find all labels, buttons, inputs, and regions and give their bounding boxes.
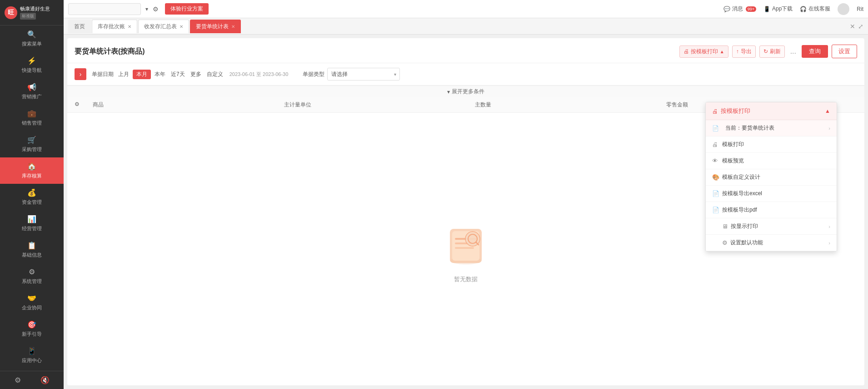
print-dropdown-title: 🖨 按模板打印: [712, 107, 750, 115]
message-item[interactable]: 💬 消息 99+: [723, 5, 756, 13]
marketing-icon: 📢: [27, 83, 36, 91]
export-label: 导出: [741, 48, 752, 56]
logo-icon: 旺: [5, 6, 17, 19]
tab-bar-close-icon[interactable]: ✕: [850, 23, 855, 30]
query-button[interactable]: 查询: [802, 45, 828, 58]
print-current-icon: 📄: [712, 125, 719, 131]
template-preview-icon: 👁: [712, 157, 718, 164]
tab-home-label: 首页: [74, 23, 85, 30]
app-tag: 标准版: [20, 13, 36, 20]
mute-icon[interactable]: 🔇: [40, 376, 50, 384]
topbar: ▾ ⚙ 体验行业方案 💬 消息 99+ 📱 App下载 🎧 在线客服 Rit: [64, 0, 868, 18]
apps-icon: 📱: [27, 347, 36, 355]
template-preview-item[interactable]: 👁 模板预览: [706, 153, 837, 169]
printer-icon: 🖨: [683, 48, 689, 55]
default-func-label: 设置默认功能: [730, 239, 763, 247]
default-func-arrow-icon: ›: [828, 240, 830, 246]
refresh-button[interactable]: ↻ 刷新: [759, 45, 785, 58]
date-btn-last-month[interactable]: 上月: [116, 70, 131, 79]
message-label: 消息: [732, 5, 743, 13]
sidebar-item-quick-nav[interactable]: ⚡快捷导航: [0, 52, 64, 78]
template-custom-icon: 🎨: [712, 174, 719, 181]
export-button[interactable]: ↑ 导出: [732, 45, 756, 58]
print-dropdown-chevron-icon[interactable]: ▲: [825, 108, 830, 114]
expand-more-bar[interactable]: ▾ 展开更多条件: [67, 86, 864, 97]
tab-receivables[interactable]: 收发存汇总表 ✕: [138, 20, 189, 33]
sidebar-item-system[interactable]: ⚙系统管理: [0, 263, 64, 289]
tab-home[interactable]: 首页: [68, 20, 91, 33]
print-current-arrow-icon: ›: [828, 126, 830, 131]
sidebar-item-sales[interactable]: 💼销售管理: [0, 105, 64, 131]
sidebar-item-operation[interactable]: 📊经营管理: [0, 210, 64, 237]
date-btn-7days[interactable]: 近7天: [169, 70, 187, 79]
basic-icon: 📋: [27, 241, 36, 250]
type-select[interactable]: 请选择: [327, 68, 400, 81]
sidebar-item-inventory[interactable]: 🏠库存核算: [0, 157, 64, 184]
filter-expand-button[interactable]: ›: [75, 68, 86, 80]
date-filter-group: 单据日期 上月 本月 本年 近7天 更多 自定义 2023-06-01 至 20…: [92, 70, 288, 79]
type-select-wrap: 请选择: [327, 68, 400, 81]
default-func-item[interactable]: ⚙ 设置默认功能 ›: [706, 235, 837, 251]
tab-receivables-label: 收发存汇总表: [144, 23, 177, 30]
user-avatar[interactable]: [838, 3, 849, 15]
sidebar-item-search[interactable]: 🔍搜索菜单: [0, 25, 64, 52]
settings-col-icon[interactable]: ⚙: [75, 101, 80, 107]
display-print-label: 按显示打印: [731, 222, 758, 230]
print-current-item[interactable]: 📄 当前：要货单统计表 ›: [706, 120, 837, 136]
sidebar-item-collab[interactable]: 🤝企业协同: [0, 289, 64, 316]
purchase-icon: 🛒: [27, 136, 36, 144]
date-btn-custom[interactable]: 自定义: [205, 70, 225, 79]
app-download-item[interactable]: 📱 App下载: [763, 5, 793, 13]
tab-order-stats[interactable]: 要货单统计表 ✕: [190, 20, 241, 33]
app-logo: 旺 畅康通好生意 标准版: [0, 0, 64, 25]
empty-illustration: [439, 215, 493, 270]
tab-bar-maximize-icon[interactable]: ⤢: [858, 23, 863, 30]
svg-rect-5: [455, 247, 474, 249]
template-excel-item[interactable]: 📄 按模板导出excel: [706, 186, 837, 202]
tab-order-stats-close[interactable]: ✕: [231, 24, 235, 29]
topbar-dropdown-icon[interactable]: ▾: [145, 6, 148, 12]
template-pdf-item[interactable]: 📄 按模板导出pdf: [706, 202, 837, 218]
settings-button[interactable]: 设置: [832, 45, 857, 58]
template-custom-item[interactable]: 🎨 模板自定义设计: [706, 169, 837, 186]
sidebar-item-basic[interactable]: 📋基础信息: [0, 237, 64, 263]
sidebar-item-purchase[interactable]: 🛒采购管理: [0, 131, 64, 157]
template-preview-label: 模板预览: [722, 157, 744, 165]
message-icon: 💬: [723, 6, 730, 12]
template-pdf-label: 按模板导出pdf: [722, 206, 757, 214]
date-range-text: 2023-06-01 至 2023-06-30: [229, 71, 289, 78]
template-print-item[interactable]: 🖨 模板打印: [706, 136, 837, 153]
topbar-search-input[interactable]: [68, 3, 141, 15]
date-btn-more[interactable]: 更多: [189, 70, 203, 79]
template-custom-label: 模板自定义设计: [722, 173, 760, 181]
date-buttons: 上月 本月 本年 近7天 更多 自定义: [116, 70, 225, 79]
experience-industry-button[interactable]: 体验行业方案: [165, 3, 209, 15]
sidebar-nav: 🔍搜索菜单 ⚡快捷导航 📢营销推广 💼销售管理 🛒采购管理 🏠库存核算 💰资金管…: [0, 25, 64, 371]
page-action-bar: 🖨 按模板打印 ▲ ↑ 导出 ↻ 刷新 ... 查询 设置: [679, 45, 857, 58]
date-btn-this-month[interactable]: 本月: [133, 70, 151, 79]
sidebar-item-apps[interactable]: 📱应用中心: [0, 342, 64, 369]
tab-receivables-close[interactable]: ✕: [180, 24, 183, 29]
date-btn-this-year[interactable]: 本年: [153, 70, 167, 79]
tab-inventory-batch[interactable]: 库存批次账 ✕: [92, 20, 137, 33]
sidebar-bottom: ⚙ 🔇: [0, 371, 64, 389]
col-product: 商品: [93, 101, 284, 109]
print-button[interactable]: 🖨 按模板打印 ▲: [679, 45, 728, 58]
sidebar-item-guide[interactable]: 🎯新手引导: [0, 316, 64, 342]
sidebar-item-finance[interactable]: 💰资金管理: [0, 184, 64, 210]
lightning-icon: ⚡: [27, 56, 36, 65]
online-service-item[interactable]: 🎧 在线客服: [800, 5, 830, 13]
tab-inventory-batch-close[interactable]: ✕: [128, 24, 131, 29]
main-content: ▾ ⚙ 体验行业方案 💬 消息 99+ 📱 App下载 🎧 在线客服 Rit 首…: [64, 0, 868, 389]
filter-bar: › 单据日期 上月 本月 本年 近7天 更多 自定义 2023-06-01 至 …: [67, 63, 864, 86]
display-print-item[interactable]: 🖥 按显示打印 ›: [706, 218, 837, 235]
col-quantity: 主数量: [475, 101, 666, 109]
template-excel-label: 按模板导出excel: [722, 190, 762, 197]
settings-bottom-icon[interactable]: ⚙: [15, 376, 21, 384]
user-name: Rit: [857, 6, 863, 12]
finance-icon: 💰: [27, 188, 36, 197]
sidebar-item-marketing[interactable]: 📢营销推广: [0, 78, 64, 105]
empty-svg-icon: [439, 215, 493, 270]
more-actions-button[interactable]: ...: [788, 45, 798, 57]
topbar-gear-icon[interactable]: ⚙: [153, 5, 159, 13]
